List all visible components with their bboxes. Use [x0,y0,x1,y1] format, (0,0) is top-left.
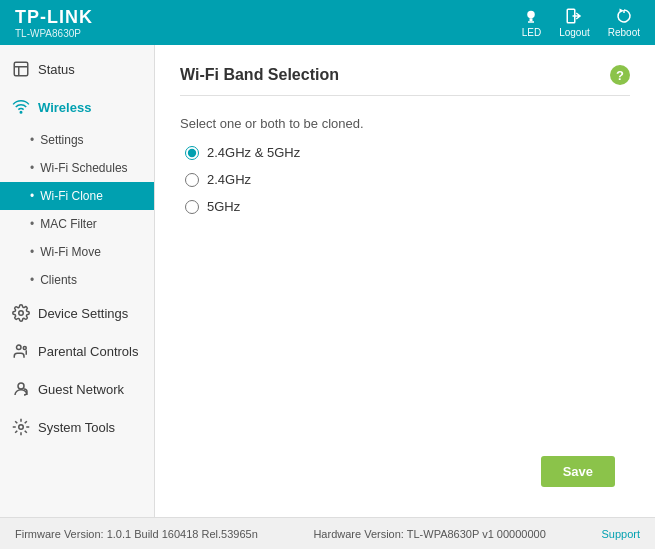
led-icon [522,7,540,25]
sidebar-item-device-settings[interactable]: Device Settings [0,294,154,332]
svg-rect-2 [528,21,534,23]
radio-label-both: 2.4GHz & 5GHz [207,145,300,160]
logout-icon [565,7,583,25]
sidebar-item-guest-network[interactable]: Guest Network [0,370,154,408]
sidebar-sub-settings[interactable]: Settings [0,126,154,154]
sidebar-sub-wifi-schedules[interactable]: Wi-Fi Schedules [0,154,154,182]
wifi-clone-label: Wi-Fi Clone [40,189,103,203]
sidebar-item-system-tools[interactable]: System Tools [0,408,154,446]
reboot-icon [615,7,633,25]
svg-point-9 [23,347,26,350]
mac-filter-label: MAC Filter [40,217,97,231]
reboot-button[interactable]: Reboot [608,7,640,38]
svg-point-7 [19,311,24,316]
hardware-version: Hardware Version: TL-WPA8630P v1 0000000… [313,528,545,540]
radio-label-24ghz: 2.4GHz [207,172,251,187]
radio-input-24ghz[interactable] [185,173,199,187]
system-tools-icon [12,418,30,436]
support-link[interactable]: Support [601,528,640,540]
wifi-schedules-label: Wi-Fi Schedules [40,161,127,175]
firmware-version: Firmware Version: 1.0.1 Build 160418 Rel… [15,528,258,540]
logout-button[interactable]: Logout [559,7,590,38]
settings-label: Settings [40,133,83,147]
help-button[interactable]: ? [610,65,630,85]
wireless-icon [12,98,30,116]
brand-logo: TP-LINK [15,7,93,28]
wifi-move-label: Wi-Fi Move [40,245,101,259]
svg-point-6 [20,112,22,114]
sidebar-item-parental-controls[interactable]: Parental Controls [0,332,154,370]
system-tools-label: System Tools [38,420,115,435]
radio-label-5ghz: 5GHz [207,199,240,214]
radio-input-both[interactable] [185,146,199,160]
page-title: Wi-Fi Band Selection [180,66,339,84]
header-icons: LED Logout Reboot [522,7,640,38]
sidebar-sub-wifi-move[interactable]: Wi-Fi Move [0,238,154,266]
clients-label: Clients [40,273,77,287]
led-button[interactable]: LED [522,7,541,38]
parental-controls-label: Parental Controls [38,344,138,359]
status-label: Status [38,62,75,77]
radio-option-24ghz[interactable]: 2.4GHz [185,172,630,187]
svg-rect-1 [530,18,533,21]
svg-point-11 [19,425,24,430]
sidebar-sub-mac-filter[interactable]: MAC Filter [0,210,154,238]
form-hint: Select one or both to be cloned. [180,116,630,131]
device-settings-label: Device Settings [38,306,128,321]
svg-point-0 [528,11,536,19]
radio-group: 2.4GHz & 5GHz 2.4GHz 5GHz [185,145,630,214]
logout-label: Logout [559,27,590,38]
sidebar-sub-wifi-clone[interactable]: Wi-Fi Clone [0,182,154,210]
model-label: TL-WPA8630P [15,28,93,39]
radio-option-5ghz[interactable]: 5GHz [185,199,630,214]
sidebar-sub-clients[interactable]: Clients [0,266,154,294]
svg-point-8 [17,345,22,350]
guest-network-icon [12,380,30,398]
guest-network-label: Guest Network [38,382,124,397]
main-content: Wi-Fi Band Selection ? Select one or bot… [155,45,655,517]
sidebar-item-wireless[interactable]: Wireless [0,88,154,126]
parental-controls-icon [12,342,30,360]
save-button[interactable]: Save [541,456,615,487]
radio-option-both[interactable]: 2.4GHz & 5GHz [185,145,630,160]
logo-area: TP-LINK TL-WPA8630P [15,7,93,39]
device-settings-icon [12,304,30,322]
page-title-bar: Wi-Fi Band Selection ? [180,65,630,96]
sidebar: Status Wireless Settings Wi-Fi Schedules… [0,45,155,517]
svg-point-10 [18,383,24,389]
sidebar-item-status[interactable]: Status [0,50,154,88]
footer: Firmware Version: 1.0.1 Build 160418 Rel… [0,517,655,549]
header: TP-LINK TL-WPA8630P LED Logout [0,0,655,45]
wireless-label: Wireless [38,100,91,115]
led-label: LED [522,27,541,38]
status-icon [12,60,30,78]
svg-rect-5 [14,62,28,76]
main-layout: Status Wireless Settings Wi-Fi Schedules… [0,45,655,517]
save-button-area: Save [541,456,615,487]
radio-input-5ghz[interactable] [185,200,199,214]
reboot-label: Reboot [608,27,640,38]
form-section: Select one or both to be cloned. 2.4GHz … [180,111,630,219]
